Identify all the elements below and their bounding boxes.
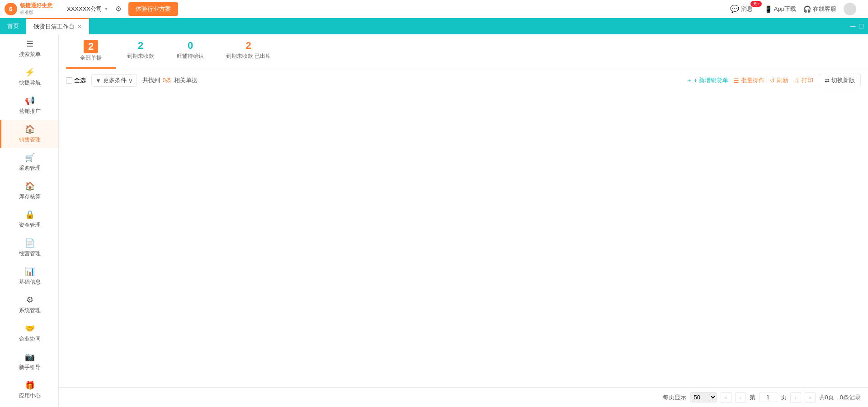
page-label: 第: [750, 393, 755, 402]
nav-tabs: 首页 钱货日清工作台 ✕ ─ □: [0, 18, 868, 34]
sidebar-item-guide-label: 新手引导: [19, 364, 41, 371]
company-selector[interactable]: XXXXXX公司 ▼: [63, 5, 112, 13]
filter-icon: ▼: [95, 77, 101, 84]
switch-version-btn[interactable]: ⇄ 切换新版: [819, 74, 861, 87]
cooperation-icon: 🤝: [25, 323, 35, 333]
search-menu-icon: ☰: [26, 39, 33, 49]
main-layout: ☰ 搜索菜单 ⚡ 快捷导航 📢 营销推广 🏠 销售管理 🛒 采购管理 🏠 库存核…: [0, 34, 868, 407]
marketing-icon: 📢: [25, 96, 35, 106]
total-text: 共0页，0条记录: [819, 393, 861, 402]
stat-tab-overdue[interactable]: 2 到期未收款: [116, 34, 165, 69]
sidebar-item-purchase[interactable]: 🛒 采购管理: [0, 148, 58, 177]
batch-operation-btn[interactable]: ☰ 批量操作: [734, 76, 764, 84]
sidebar-item-marketing[interactable]: 📢 营销推广: [0, 91, 58, 120]
sidebar-item-system[interactable]: ⚙ 系统管理: [0, 290, 58, 319]
toolbar-left: 全选 ▼ 更多条件 ∨ 共找到 0条 相关单据: [66, 74, 681, 87]
sidebar-item-cooperation[interactable]: 🤝 企业协同: [0, 319, 58, 347]
quick-nav-icon: ⚡: [25, 67, 35, 77]
sidebar-item-cooperation-label: 企业协同: [19, 335, 41, 343]
tab-home[interactable]: 首页: [0, 18, 26, 34]
plus-icon: ＋: [686, 76, 692, 84]
checkbox-icon: [66, 77, 72, 84]
sidebar-item-inventory-label: 库存核算: [19, 193, 41, 201]
sidebar-item-search-menu[interactable]: ☰ 搜索菜单: [0, 34, 58, 63]
toolbar: 全选 ▼ 更多条件 ∨ 共找到 0条 相关单据 ＋ + 新增销货单: [59, 69, 868, 92]
sidebar-item-basic-info-label: 基础信息: [19, 278, 41, 286]
guide-icon: 📷: [25, 352, 35, 362]
content-area: 2 全部单据 2 到期未收款 0 旺辅待确认 2 到期未收款 已出库 全选: [59, 34, 868, 407]
basic-info-icon: 📊: [25, 267, 35, 276]
refresh-btn[interactable]: ↺ 刷新: [770, 76, 788, 84]
print-icon: 🖨: [794, 77, 800, 84]
experience-btn[interactable]: 体验行业方案: [128, 2, 178, 16]
stat-tab-all[interactable]: 2 全部单据: [66, 34, 116, 69]
system-icon: ⚙: [26, 295, 33, 305]
finance-icon: 🔒: [25, 210, 35, 220]
filter-arrow: ∨: [128, 77, 133, 84]
header-right: 💬 消息 99+ 📱 App下载 🎧 在线客服: [730, 3, 863, 15]
sales-icon: 🏠: [25, 124, 35, 134]
app-center-icon: 🎁: [25, 380, 35, 390]
tab-workbench-label: 钱货日清工作台: [33, 23, 75, 31]
select-all-label: 全选: [74, 76, 86, 84]
next-page-btn[interactable]: ›: [790, 392, 801, 403]
logo-icon: 6: [5, 3, 17, 15]
window-minimize-btn[interactable]: ─: [850, 22, 855, 30]
select-all-checkbox[interactable]: 全选: [66, 76, 86, 84]
new-sales-btn[interactable]: ＋ + 新增销货单: [686, 76, 728, 84]
sidebar-item-inventory[interactable]: 🏠 库存核算: [0, 177, 58, 205]
sidebar-item-app-center-label: 应用中心: [19, 392, 41, 400]
sidebar-item-basic-info[interactable]: 📊 基础信息: [0, 262, 58, 290]
message-btn[interactable]: 💬 消息 99+: [730, 5, 757, 13]
per-page-select[interactable]: 10 20 50 100: [690, 392, 717, 402]
stat-all-label: 全部单据: [80, 54, 102, 62]
sidebar-item-operations-label: 经营管理: [19, 250, 41, 257]
table-area: [59, 92, 868, 387]
sidebar-item-search-menu-label: 搜索菜单: [19, 51, 41, 58]
sidebar-item-quick-nav-label: 快捷导航: [19, 79, 41, 87]
stat-tab-shipped[interactable]: 2 到期未收款 已出库: [215, 34, 282, 69]
sidebar-item-finance[interactable]: 🔒 资金管理: [0, 205, 58, 234]
sidebar-item-system-label: 系统管理: [19, 307, 41, 314]
tab-home-label: 首页: [7, 22, 19, 30]
tab-workbench[interactable]: 钱货日清工作台 ✕: [26, 18, 89, 34]
print-btn[interactable]: 🖨 打印: [794, 76, 813, 84]
purchase-icon: 🛒: [25, 153, 35, 163]
filter-label: 更多条件: [103, 76, 127, 84]
sidebar-item-purchase-label: 采购管理: [19, 164, 41, 172]
sidebar-item-operations[interactable]: 📄 经营管理: [0, 234, 58, 262]
inventory-icon: 🏠: [25, 181, 35, 191]
phone-icon: 📱: [764, 5, 772, 13]
found-count: 0条: [163, 77, 172, 84]
message-icon: 💬: [730, 5, 739, 13]
prev-page-btn[interactable]: ‹: [735, 392, 746, 403]
message-label: 消息: [741, 5, 753, 13]
sidebar-item-wechat[interactable]: 💬 企业微信: [0, 404, 58, 407]
stat-tab-pending[interactable]: 0 旺辅待确认: [165, 34, 215, 69]
sidebar-item-sales-label: 销售管理: [19, 136, 41, 144]
stats-tabs: 2 全部单据 2 到期未收款 0 旺辅待确认 2 到期未收款 已出库: [59, 34, 868, 69]
sidebar-item-quick-nav[interactable]: ⚡ 快捷导航: [0, 63, 58, 91]
page-suffix: 页: [781, 393, 787, 402]
message-badge: 99+: [750, 1, 761, 7]
stat-overdue-num: 2: [134, 40, 147, 51]
pagination: 每页显示 10 20 50 100 « ‹ 第 页 › » 共0页，0条记录: [59, 387, 868, 407]
app-download-btn[interactable]: 📱 App下载: [764, 5, 796, 13]
page-input[interactable]: [759, 393, 777, 402]
first-page-btn[interactable]: «: [721, 392, 731, 403]
sidebar-item-sales[interactable]: 🏠 销售管理: [0, 120, 58, 148]
online-service-btn[interactable]: 🎧 在线客服: [803, 5, 836, 13]
stat-pending-num: 0: [184, 40, 197, 51]
nav-tab-actions: ─ □: [850, 22, 868, 30]
sidebar-item-guide[interactable]: 📷 新手引导: [0, 347, 58, 376]
headset-icon: 🎧: [803, 5, 811, 13]
sidebar-item-app-center[interactable]: 🎁 应用中心: [0, 376, 58, 404]
last-page-btn[interactable]: »: [805, 392, 816, 403]
window-maximize-btn[interactable]: □: [859, 22, 863, 30]
stat-shipped-label: 到期未收款 已出库: [226, 52, 271, 60]
avatar[interactable]: [844, 3, 856, 15]
settings-icon[interactable]: ⚙: [112, 3, 125, 15]
more-filter-btn[interactable]: ▼ 更多条件 ∨: [91, 74, 137, 87]
tab-workbench-close[interactable]: ✕: [77, 23, 82, 30]
top-header: 6 畅捷通好生意 标准版 XXXXXX公司 ▼ ⚙ 体验行业方案 💬 消息 99…: [0, 0, 868, 18]
